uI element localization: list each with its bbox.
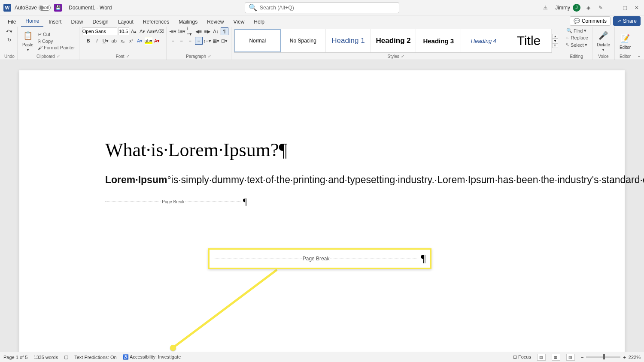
close-icon[interactable]: ✕ — [635, 5, 641, 11]
font-name-input[interactable] — [82, 27, 117, 35]
tab-draw[interactable]: Draw — [67, 17, 87, 27]
highlight-button[interactable]: ab▾ — [145, 37, 152, 45]
style-heading-4[interactable]: Heading 4 — [461, 29, 506, 52]
coming-soon-icon[interactable]: ✎ — [598, 5, 605, 11]
font-launcher[interactable]: ⤢ — [126, 54, 130, 59]
document-body[interactable]: Lorem·Ipsum°is·simply·dummy·text·of·the·… — [105, 173, 539, 187]
zoom-slider[interactable] — [586, 356, 620, 358]
autosave-switch[interactable]: Off — [39, 5, 51, 11]
cut-button[interactable]: ✂Cut — [36, 31, 76, 38]
tab-mailings[interactable]: Mailings — [174, 17, 202, 27]
subscript-button[interactable]: x₂ — [119, 37, 127, 45]
search-box[interactable]: 🔍 — [245, 2, 399, 13]
align-left-button[interactable]: ≡ — [169, 37, 177, 45]
style-no-spacing[interactable]: No Spacing — [281, 29, 326, 52]
tab-design[interactable]: Design — [88, 17, 112, 27]
tab-references[interactable]: References — [139, 17, 173, 27]
print-layout-button[interactable]: ▦ — [552, 354, 560, 361]
style-heading-3[interactable]: Heading 3 — [416, 29, 461, 52]
copy-button[interactable]: ⎘Copy — [36, 38, 76, 44]
redo-button[interactable]: ↻ — [6, 36, 13, 44]
zoom-in-button[interactable]: + — [623, 355, 626, 360]
style-scroll-down[interactable]: ▾ — [552, 39, 558, 43]
clipboard-launcher[interactable]: ⤢ — [57, 54, 60, 59]
tab-layout[interactable]: Layout — [114, 17, 138, 27]
undo-button[interactable]: ↶▾ — [6, 27, 13, 35]
status-page[interactable]: Page 1 of 5 — [3, 355, 27, 360]
maximize-icon[interactable]: ▢ — [623, 5, 629, 11]
grow-font-button[interactable]: A▴ — [130, 27, 138, 35]
page[interactable]: What·is·Lorem·Ipsum?¶ Lorem·Ipsum°is·sim… — [19, 70, 625, 352]
tab-view[interactable]: View — [229, 17, 249, 27]
status-words[interactable]: 1335 words — [33, 355, 58, 360]
align-center-button[interactable]: ≡ — [178, 37, 185, 45]
numbering-button[interactable]: 1≡▾ — [178, 27, 185, 35]
show-marks-button[interactable]: ¶ — [221, 27, 228, 35]
style-scroll-up[interactable]: ▴ — [552, 34, 558, 39]
tab-home[interactable]: Home — [21, 16, 43, 27]
tab-help[interactable]: Help — [249, 17, 269, 27]
paragraph-launcher[interactable]: ⤢ — [208, 54, 211, 59]
increase-indent-button[interactable]: ≡▶ — [204, 27, 211, 35]
bold-button[interactable]: B — [85, 37, 92, 45]
save-icon[interactable]: 💾 — [54, 4, 62, 12]
search-input[interactable] — [260, 5, 395, 11]
tab-insert[interactable]: Insert — [44, 17, 66, 27]
web-layout-button[interactable]: ▧ — [566, 354, 575, 361]
strikethrough-button[interactable]: ab — [110, 37, 118, 45]
clear-formatting-button[interactable]: A⌫ — [156, 27, 164, 35]
format-painter-button[interactable]: 🖌Format Painter — [36, 45, 76, 51]
underline-button[interactable]: U▾ — [102, 37, 109, 45]
spell-check-icon[interactable]: ▢ — [64, 354, 68, 360]
share-button[interactable]: ↗ Share — [613, 16, 641, 26]
style-heading-2[interactable]: Heading 2 — [371, 29, 416, 52]
style-heading-1[interactable]: Heading 1 — [326, 29, 371, 52]
paste-button[interactable]: 📋 Paste ▾ — [20, 29, 36, 53]
zoom-control[interactable]: − + 222% — [581, 355, 641, 360]
zoom-out-button[interactable]: − — [581, 355, 583, 360]
minimize-icon[interactable]: ─ — [611, 5, 617, 11]
multilevel-button[interactable]: ⁝≡▾ — [186, 27, 194, 35]
bullets-button[interactable]: •≡▾ — [169, 27, 177, 35]
warning-icon[interactable]: ⚠ — [543, 5, 549, 11]
superscript-button[interactable]: x² — [128, 37, 135, 45]
line-spacing-button[interactable]: ↕≡▾ — [204, 37, 211, 45]
diamond-icon[interactable]: ◈ — [586, 5, 592, 11]
shrink-font-button[interactable]: A▾ — [139, 27, 146, 35]
dictate-button[interactable]: 🎤 Dictate ▾ — [595, 29, 612, 53]
editor-button[interactable]: 📝 Editor — [617, 31, 633, 51]
focus-button[interactable]: ⊡ Focus — [513, 354, 531, 360]
comments-button[interactable]: 💬 Comments — [570, 16, 611, 26]
tab-review[interactable]: Review — [203, 17, 228, 27]
style-scroll[interactable]: ▴ ▾ ≡ — [552, 34, 558, 48]
font-size-input[interactable] — [118, 27, 129, 35]
styles-launcher[interactable]: ⤢ — [401, 54, 404, 59]
read-mode-button[interactable]: ▤ — [537, 354, 546, 361]
user-account[interactable]: Jimmy J — [555, 4, 580, 12]
style-normal[interactable]: Normal — [234, 29, 281, 52]
text-effects-button[interactable]: A▾ — [136, 37, 144, 45]
zoom-level[interactable]: 222% — [629, 355, 641, 360]
status-text-predictions[interactable]: Text Predictions: On — [74, 355, 116, 360]
document-area[interactable]: What·is·Lorem·Ipsum?¶ Lorem·Ipsum°is·sim… — [0, 60, 644, 352]
shading-button[interactable]: ▦▾ — [212, 37, 220, 45]
find-button[interactable]: 🔍Find▾ — [565, 27, 588, 34]
decrease-indent-button[interactable]: ◀≡ — [195, 27, 203, 35]
select-button[interactable]: ↖Select▾ — [564, 42, 589, 48]
replace-button[interactable]: ↔Replace — [564, 35, 589, 41]
sort-button[interactable]: A↓ — [212, 27, 220, 35]
style-expand[interactable]: ≡ — [552, 43, 558, 48]
status-accessibility[interactable]: ♿ Accessibility: Investigate — [123, 354, 181, 360]
borders-button[interactable]: ⊞▾ — [221, 37, 228, 45]
autosave-toggle[interactable]: AutoSave Off — [15, 5, 51, 11]
tab-file[interactable]: File — [3, 17, 20, 27]
page-break-marker[interactable]: Page Break ¶ — [105, 197, 247, 207]
italic-button[interactable]: I — [93, 37, 101, 45]
style-title[interactable]: Title — [506, 29, 551, 52]
justify-button[interactable]: ≡ — [195, 37, 203, 45]
document-heading[interactable]: What·is·Lorem·Ipsum?¶ — [105, 139, 539, 161]
change-case-button[interactable]: Aa▾ — [147, 27, 155, 35]
collapse-ribbon-icon[interactable]: ⌄ — [637, 53, 641, 58]
font-color-button[interactable]: A▾ — [153, 37, 161, 45]
align-right-button[interactable]: ≡ — [186, 37, 194, 45]
